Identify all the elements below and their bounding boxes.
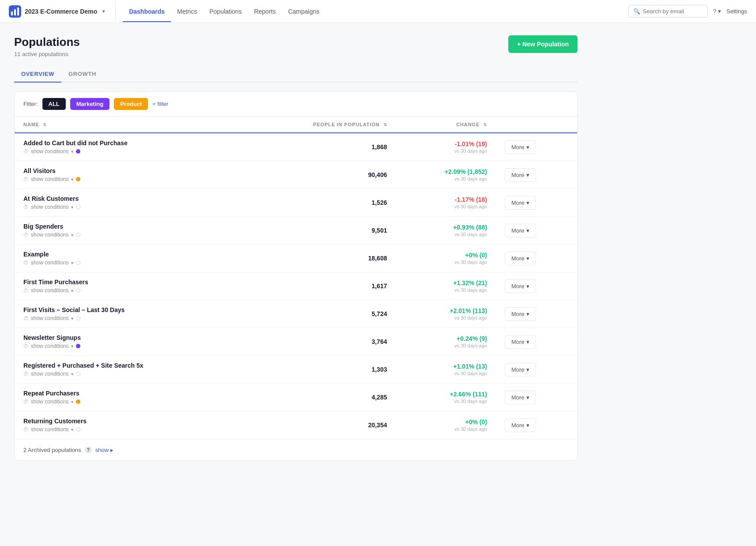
- table-body: Added to Cart but did not Purchase⏱show …: [15, 133, 577, 439]
- show-conditions[interactable]: ⏱show conditions▾: [23, 287, 234, 294]
- nav-dashboards[interactable]: Dashboards: [123, 1, 171, 22]
- more-button[interactable]: More▾: [505, 168, 536, 182]
- population-name-cell: Newsletter Signups⏱show conditions▾: [15, 328, 243, 356]
- brand-name: 2023 E-Commerce Demo: [25, 8, 97, 15]
- more-button[interactable]: More▾: [505, 307, 536, 321]
- clock-icon: ⏱: [23, 149, 28, 154]
- nav-reports[interactable]: Reports: [248, 1, 282, 22]
- population-name-cell: Repeat Purchasers⏱show conditions▾: [15, 384, 243, 411]
- more-action-cell: More▾: [496, 411, 577, 439]
- population-name[interactable]: Added to Cart but did not Purchase: [23, 139, 234, 147]
- change-period: vs 30 days ago: [404, 287, 487, 293]
- search-box[interactable]: 🔍: [628, 5, 708, 18]
- col-name: NAME ⇅: [15, 117, 243, 133]
- settings-button[interactable]: Settings: [726, 8, 747, 15]
- clock-icon: ⏱: [23, 427, 28, 432]
- people-count-cell: 3,764: [243, 328, 396, 356]
- table-row: Returning Customers⏱show conditions▾20,3…: [15, 411, 577, 439]
- show-conditions[interactable]: ⏱show conditions▾: [23, 148, 234, 154]
- archived-show-button[interactable]: show ▸: [95, 447, 113, 453]
- change-period: vs 30 days ago: [404, 315, 487, 320]
- population-name[interactable]: At Risk Customers: [23, 195, 234, 202]
- show-conditions[interactable]: ⏱show conditions▾: [23, 260, 234, 266]
- more-button[interactable]: More▾: [505, 140, 536, 154]
- change-cell: -1.17% (18)vs 30 days ago: [396, 189, 495, 217]
- filter-add-button[interactable]: + filter: [152, 101, 168, 107]
- nav-metrics[interactable]: Metrics: [171, 1, 203, 22]
- more-action-cell: More▾: [496, 356, 577, 384]
- population-name[interactable]: Newsletter Signups: [23, 334, 234, 341]
- show-conditions[interactable]: ⏱show conditions▾: [23, 232, 234, 238]
- more-button[interactable]: More▾: [505, 418, 536, 432]
- col-actions: [496, 117, 577, 133]
- more-caret-icon: ▾: [526, 311, 529, 317]
- more-button[interactable]: More▾: [505, 196, 536, 210]
- top-navigation: 2023 E-Commerce Demo ▾ Dashboards Metric…: [0, 0, 756, 23]
- show-conditions[interactable]: ⏱show conditions▾: [23, 371, 234, 377]
- more-button[interactable]: More▾: [505, 252, 536, 265]
- show-conditions[interactable]: ⏱show conditions▾: [23, 426, 234, 433]
- population-dot-empty: [76, 288, 80, 293]
- brand-logo[interactable]: 2023 E-Commerce Demo ▾: [9, 5, 105, 18]
- table-row: Newsletter Signups⏱show conditions▾3,764…: [15, 328, 577, 356]
- change-cell: +0.24% (9)vs 30 days ago: [396, 328, 495, 356]
- population-name[interactable]: Example: [23, 251, 234, 258]
- help-chevron-icon: ▾: [718, 8, 721, 15]
- conditions-caret-icon: ▾: [71, 316, 73, 321]
- more-button[interactable]: More▾: [505, 391, 536, 404]
- change-period: vs 30 days ago: [404, 371, 487, 376]
- more-button[interactable]: More▾: [505, 279, 536, 293]
- population-name[interactable]: All Visitors: [23, 167, 234, 174]
- population-name-cell: Added to Cart but did not Purchase⏱show …: [15, 133, 243, 161]
- people-count-cell: 1,617: [243, 272, 396, 300]
- col-change: CHANGE ⇅: [396, 117, 495, 133]
- populations-table-card: Filter: ALL Marketing Product + filter N…: [14, 91, 578, 461]
- tabs: OVERVIEW GROWTH: [14, 66, 578, 83]
- more-button[interactable]: More▾: [505, 335, 536, 349]
- population-name[interactable]: Returning Customers: [23, 418, 234, 425]
- population-name[interactable]: Repeat Purchasers: [23, 390, 234, 397]
- table-footer: 2 Archived populations ? show ▸: [15, 439, 577, 460]
- search-input[interactable]: [643, 8, 703, 15]
- filter-all-button[interactable]: ALL: [42, 98, 66, 110]
- population-dot: [76, 177, 80, 181]
- change-cell: +2.01% (113)vs 30 days ago: [396, 300, 495, 328]
- population-name[interactable]: Big Spenders: [23, 223, 234, 230]
- more-button[interactable]: More▾: [505, 363, 536, 377]
- change-cell: +0% (0)vs 30 days ago: [396, 411, 495, 439]
- more-action-cell: More▾: [496, 161, 577, 189]
- conditions-label: show conditions: [31, 204, 68, 210]
- population-dot-empty: [76, 372, 80, 376]
- more-label: More: [511, 422, 525, 429]
- change-value: +0.24% (9): [404, 335, 487, 342]
- people-count-cell: 1,526: [243, 189, 396, 217]
- more-label: More: [511, 311, 525, 317]
- show-conditions[interactable]: ⏱show conditions▾: [23, 315, 234, 321]
- conditions-label: show conditions: [31, 232, 68, 238]
- nav-campaigns[interactable]: Campaigns: [282, 1, 325, 22]
- population-dot-empty: [76, 260, 80, 265]
- population-name-cell: At Risk Customers⏱show conditions▾: [15, 189, 243, 217]
- filter-marketing-button[interactable]: Marketing: [70, 98, 110, 110]
- tab-growth[interactable]: GROWTH: [61, 66, 103, 82]
- archived-text: 2 Archived populations: [23, 447, 81, 453]
- people-count-cell: 18,608: [243, 245, 396, 272]
- filter-product-button[interactable]: Product: [114, 98, 148, 110]
- conditions-label: show conditions: [31, 426, 68, 433]
- more-caret-icon: ▾: [526, 339, 529, 345]
- more-button[interactable]: More▾: [505, 224, 536, 237]
- logo-icon: [9, 5, 21, 18]
- show-conditions[interactable]: ⏱show conditions▾: [23, 399, 234, 405]
- show-conditions[interactable]: ⏱show conditions▾: [23, 204, 234, 210]
- help-button[interactable]: ? ▾: [713, 8, 721, 15]
- clock-icon: ⏱: [23, 371, 28, 377]
- population-name[interactable]: First Time Purchasers: [23, 279, 234, 286]
- tab-overview[interactable]: OVERVIEW: [14, 66, 61, 83]
- population-name[interactable]: First Visits – Social – Last 30 Days: [23, 306, 234, 313]
- show-conditions[interactable]: ⏱show conditions▾: [23, 343, 234, 349]
- nav-populations[interactable]: Populations: [203, 1, 248, 22]
- population-name[interactable]: Registered + Purchased + Site Search 5x: [23, 362, 234, 369]
- show-conditions[interactable]: ⏱show conditions▾: [23, 176, 234, 182]
- new-population-button[interactable]: + New Population: [508, 35, 578, 53]
- table-row: All Visitors⏱show conditions▾90,406+2.09…: [15, 161, 577, 189]
